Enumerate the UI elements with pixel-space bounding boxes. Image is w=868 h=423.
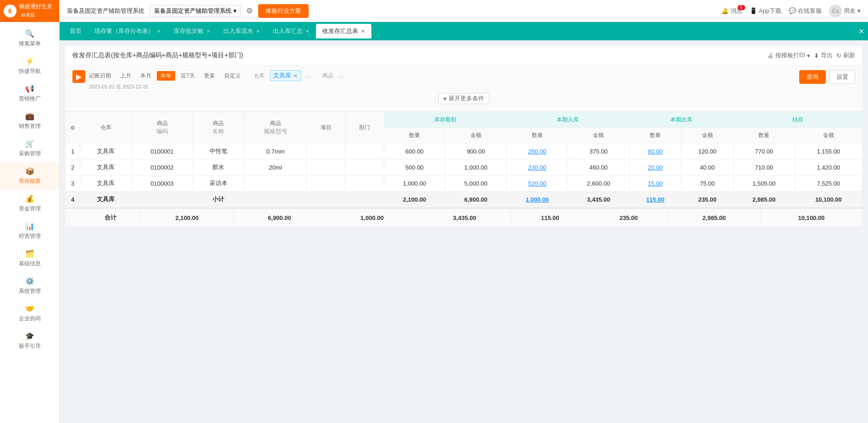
td-in-qty[interactable]: 230.00 <box>507 159 568 176</box>
tab-recv-send-close[interactable]: ✕ <box>361 28 365 34</box>
sidebar-item-inventory[interactable]: 📦 库存核算 <box>0 162 59 190</box>
system-icon: ⚙️ <box>25 277 34 286</box>
sales-icon: 💼 <box>25 112 34 121</box>
tab-inout-summary-close[interactable]: ✕ <box>305 28 310 34</box>
sidebar-item-base[interactable]: 🗂️ 基础信息 <box>0 245 59 272</box>
date-btn-this-month[interactable]: 本月 <box>137 71 155 81</box>
td-out-qty[interactable]: 15.00 <box>629 176 681 192</box>
query-button[interactable]: 查询 <box>799 70 826 84</box>
expand-conditions-button[interactable]: ▾ 展开更多条件 <box>438 93 489 104</box>
export-button[interactable]: ⬇ 导出 <box>814 51 833 60</box>
td-in-qty[interactable]: 1,000.00 <box>507 192 568 208</box>
tab-stock-dist-close[interactable]: ✕ <box>157 28 161 34</box>
print-button[interactable]: 🖨 按模板打印 ▾ <box>768 51 810 60</box>
date-btn-this-year[interactable]: 本年 <box>157 71 175 81</box>
date-btn-7days[interactable]: 近7天 <box>177 71 199 81</box>
sidebar-item-sales[interactable]: 💼 销售管理 <box>0 107 59 135</box>
out-qty-link[interactable]: 20.00 <box>648 164 663 171</box>
warehouse-more[interactable]: ... <box>305 72 310 79</box>
tab-inout-flow-label: 出入库流水 <box>223 27 253 35</box>
td-close-qty: 2,985.00 <box>733 192 795 208</box>
notification-badge[interactable]: 🔔 6 消息 <box>721 7 742 15</box>
tab-batch[interactable]: 库存批次账 ✕ <box>167 24 217 38</box>
td-goods-code: 0100003 <box>132 176 193 192</box>
th-outbound: 本期出库 <box>629 112 733 128</box>
date-btn-custom[interactable]: 自定义 <box>221 71 244 81</box>
out-qty-link[interactable]: 80.00 <box>648 148 663 155</box>
sidebar-label-marketing: 营销推广 <box>19 95 41 103</box>
in-qty-link[interactable]: 230.00 <box>528 164 547 171</box>
td-in-amt: 3,435.00 <box>568 192 629 208</box>
system-dropdown[interactable]: 装备及固定资产辅助管理系统 ▾ <box>150 5 241 17</box>
td-open-amt: 1,000.00 <box>445 159 507 176</box>
online-service-label: 在线客服 <box>798 7 822 15</box>
date-btn-more[interactable]: 更多 <box>200 71 219 81</box>
th-settings[interactable]: ⚙ <box>66 112 80 143</box>
sidebar-item-finance[interactable]: 💰 资金管理 <box>0 190 59 217</box>
goods-more[interactable]: ... <box>339 72 343 79</box>
td-in-qty[interactable]: 250.00 <box>507 143 568 159</box>
sidebar-item-business[interactable]: 📊 经营管理 <box>0 217 59 245</box>
table-wrap: ⚙ 仓库 商品编码 商品名称 商品规格型号 项目 部门 库存期初 本期入库 本期… <box>65 112 862 208</box>
td-out-amt: 235.00 <box>681 192 734 208</box>
refresh-button[interactable]: ↻ 刷新 <box>836 51 855 60</box>
app-download-link[interactable]: 📱 App下载 <box>750 7 781 15</box>
logo-tag: 标准版 <box>19 11 37 19</box>
sidebar-item-system[interactable]: ⚙️ 系统管理 <box>0 272 59 300</box>
tab-stock-dist[interactable]: 现存量（库存分布表） ✕ <box>88 24 167 38</box>
subtotal-in-qty-link[interactable]: 1,000.00 <box>525 196 549 203</box>
close-all-tabs[interactable]: ✕ <box>858 27 864 36</box>
warehouse-filter: 文具库 ✕ ... <box>270 70 310 81</box>
in-qty-link[interactable]: 520.00 <box>528 180 547 187</box>
td-out-qty[interactable]: 80.00 <box>629 143 681 159</box>
in-qty-link[interactable]: 250.00 <box>528 148 547 155</box>
sidebar-item-purchase[interactable]: 🛒 采购管理 <box>0 135 59 162</box>
settings-icon[interactable]: ⚙ <box>246 6 253 15</box>
sidebar-label-search: 搜索菜单 <box>19 40 41 48</box>
td-warehouse: 文具库 <box>80 192 132 208</box>
footer-in-qty: 1,000.00 <box>326 209 419 227</box>
user-menu[interactable]: Ea 用友 ▾ <box>829 5 861 17</box>
td-out-qty[interactable]: 20.00 <box>629 159 681 176</box>
sidebar-label-corp: 企业协同 <box>19 315 41 323</box>
sidebar-item-marketing[interactable]: 📢 营销推广 <box>0 80 59 107</box>
td-in-qty[interactable]: 520.00 <box>507 176 568 192</box>
table-settings-button[interactable]: 设置 <box>829 70 855 84</box>
td-out-qty[interactable]: 115.00 <box>629 192 681 208</box>
inventory-icon: 📦 <box>25 167 34 176</box>
date-label: 记账日期 <box>89 72 111 80</box>
warehouse-tag-close-icon[interactable]: ✕ <box>293 72 298 79</box>
filter-toggle-button[interactable]: ▶ <box>72 70 85 83</box>
trial-button[interactable]: 体验行业方案 <box>258 4 309 18</box>
online-service-link[interactable]: 💬 在线客服 <box>789 7 822 15</box>
date-range-display: 2023-01-01 至 2023-12-31 <box>89 83 343 90</box>
tab-inout-flow-close[interactable]: ✕ <box>256 28 260 34</box>
tab-home[interactable]: 首页 <box>63 24 88 38</box>
td-open-qty: 500.00 <box>384 159 445 176</box>
sidebar-item-corp[interactable]: 🤝 企业协同 <box>0 300 59 327</box>
td-seq: 4 <box>66 192 80 208</box>
td-close-amt: 1,155.00 <box>795 143 862 159</box>
footer-empty-1 <box>66 209 80 227</box>
tab-inout-flow[interactable]: 出入库流水 ✕ <box>217 24 266 38</box>
out-qty-link[interactable]: 15.00 <box>648 180 663 187</box>
tab-recv-send[interactable]: 收发存汇总表 ✕ <box>316 24 371 38</box>
warehouse-tag[interactable]: 文具库 ✕ <box>270 70 301 81</box>
td-out-amt: 40.00 <box>681 159 734 176</box>
th-in-qty: 数量 <box>507 128 568 143</box>
sidebar-item-newbie[interactable]: 🎓 新手引导 <box>0 327 59 355</box>
tab-inout-summary[interactable]: 出入库汇总 ✕ <box>266 24 316 38</box>
subtotal-out-qty-link[interactable]: 115.00 <box>646 196 664 203</box>
td-project <box>307 192 345 208</box>
td-close-qty: 1,505.00 <box>733 176 795 192</box>
sidebar-item-quick-nav[interactable]: ⚡ 快捷导航 <box>0 52 59 80</box>
td-open-amt: 900.00 <box>445 143 507 159</box>
td-out-amt: 120.00 <box>681 143 734 159</box>
th-goods-name: 商品名称 <box>193 112 244 143</box>
date-btn-last-month[interactable]: 上月 <box>116 71 135 81</box>
tab-batch-close[interactable]: ✕ <box>206 28 210 34</box>
footer-label: 合计 <box>80 209 141 227</box>
footer-in-amt: 3,435.00 <box>418 209 511 227</box>
sidebar-item-search[interactable]: 🔍 搜索菜单 <box>0 25 59 52</box>
tab-recv-send-label: 收发存汇总表 <box>322 27 358 35</box>
